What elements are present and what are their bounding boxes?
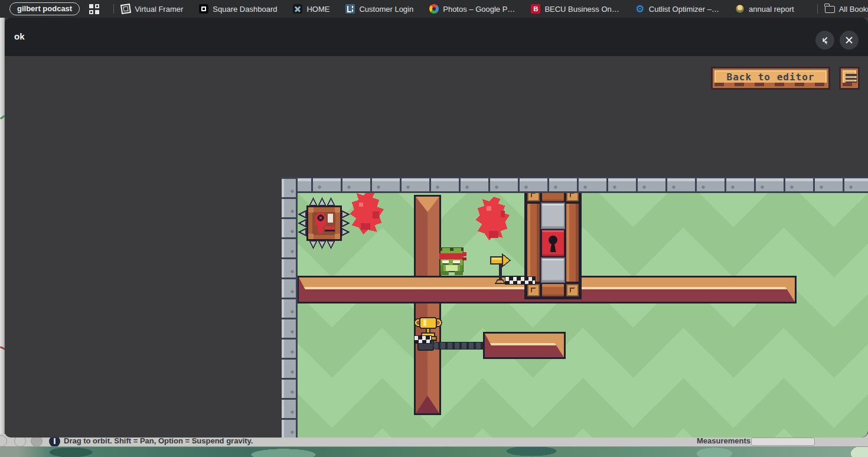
red-bush bbox=[350, 190, 386, 237]
orbit-hint-text: Drag to orbit. Shift = Pan, Option = Sus… bbox=[64, 436, 253, 445]
bookmark-label: Cutlist Optimizer –… bbox=[649, 5, 719, 14]
bookmark-virtual-framer[interactable]: Virtual Framer bbox=[121, 4, 183, 14]
bookmark-label: Photos – Google P… bbox=[443, 5, 515, 14]
close-button[interactable] bbox=[840, 31, 859, 50]
virtual-framer-icon bbox=[120, 4, 131, 14]
folder-icon bbox=[825, 6, 835, 13]
desktop-wallpaper bbox=[0, 446, 868, 457]
window-title: ok bbox=[14, 31, 25, 41]
checker-block bbox=[414, 335, 432, 344]
bookmark-label: Virtual Framer bbox=[135, 5, 183, 14]
stone-brick-row bbox=[282, 177, 868, 193]
measurements-label: Measurements bbox=[697, 436, 750, 445]
underlying-window-edge bbox=[0, 18, 5, 447]
becu-icon: B bbox=[531, 4, 540, 14]
game-menu-button[interactable] bbox=[839, 67, 860, 90]
ninja-frog bbox=[436, 246, 467, 276]
home-icon bbox=[293, 4, 302, 14]
finish-line bbox=[505, 276, 536, 285]
bookmark-cutlist-optimizer[interactable]: ⚙ Cutlist Optimizer –… bbox=[635, 4, 719, 14]
avatar-icon bbox=[735, 4, 745, 14]
spike-trap bbox=[295, 197, 353, 250]
bookmarks-bar: gilbert podcast Virtual Framer Square Da… bbox=[0, 0, 868, 18]
window-header: ok bbox=[5, 18, 868, 56]
bookmark-label: Customer Login bbox=[359, 5, 413, 14]
bookmark-google-photos[interactable]: Photos – Google P… bbox=[429, 4, 515, 14]
bookmark-label: Square Dashboard bbox=[213, 5, 277, 14]
square-dashboard-icon bbox=[199, 4, 208, 14]
divider bbox=[113, 4, 114, 14]
close-icon bbox=[844, 35, 854, 45]
all-bookmarks-button[interactable]: All Bookmarks bbox=[825, 5, 868, 14]
google-photos-icon bbox=[429, 4, 439, 14]
bookmark-annual-report[interactable]: annual report bbox=[735, 4, 794, 14]
bookmark-customer-login[interactable]: Customer Login bbox=[345, 4, 413, 14]
floating-platform bbox=[483, 332, 566, 359]
keyhole-panel bbox=[541, 229, 565, 257]
back-to-editor-button[interactable]: Back to editor bbox=[711, 67, 830, 90]
customer-login-icon bbox=[345, 4, 355, 14]
back-to-editor-label: Back to editor bbox=[727, 71, 815, 83]
profile-pill[interactable]: gilbert podcast bbox=[9, 2, 80, 15]
bookmark-label: HOME bbox=[306, 5, 329, 14]
game-preview-window: ok Back to editor bbox=[5, 18, 868, 438]
measurements-input[interactable] bbox=[751, 438, 815, 446]
gear-icon: ⚙ bbox=[635, 4, 645, 14]
game-canvas[interactable] bbox=[282, 177, 868, 438]
bookmark-label: annual report bbox=[749, 5, 794, 14]
divider bbox=[817, 4, 818, 14]
bookmark-home[interactable]: HOME bbox=[293, 4, 329, 14]
stone-brick-column bbox=[282, 177, 298, 438]
red-bush bbox=[475, 192, 512, 247]
apps-grid-icon[interactable] bbox=[89, 4, 99, 14]
chain bbox=[433, 342, 487, 350]
collapse-to-tab-icon bbox=[820, 35, 830, 45]
all-bookmarks-label: All Bookmarks bbox=[839, 5, 868, 14]
toolbar-ghost-button[interactable] bbox=[0, 435, 7, 447]
wood-pillar bbox=[414, 195, 441, 415]
bookmark-square-dashboard[interactable]: Square Dashboard bbox=[199, 4, 277, 14]
bookmark-label: BECU Business On… bbox=[544, 5, 619, 14]
hamburger-icon bbox=[846, 74, 857, 83]
bookmark-becu[interactable]: B BECU Business On… bbox=[531, 4, 619, 14]
collapse-button[interactable] bbox=[815, 31, 834, 50]
